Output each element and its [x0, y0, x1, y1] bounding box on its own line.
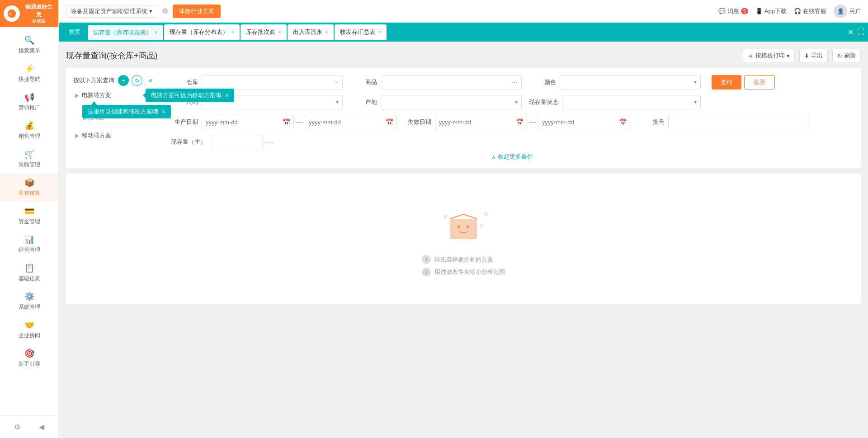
- sidebar-item-quick-nav[interactable]: ⚡ 快捷导航: [0, 59, 58, 88]
- goods-field: 商品 ···: [350, 75, 522, 89]
- system-icon: ⚙️: [24, 292, 34, 301]
- sidebar-item-purchase[interactable]: 🛒 采购管理: [0, 145, 58, 173]
- goods-select[interactable]: ···: [381, 75, 522, 89]
- online-service-item[interactable]: 🎧 在线客服: [794, 7, 826, 15]
- sales-icon: 💰: [24, 121, 34, 131]
- tab-collect-dist-close[interactable]: ×: [378, 29, 381, 35]
- sidebar-collapse-btn[interactable]: ◀: [39, 423, 44, 431]
- message-icon: 💬: [718, 8, 726, 14]
- pc-tooltip-close[interactable]: ×: [225, 92, 229, 99]
- sidebar-item-search[interactable]: 🔍 搜索菜单: [0, 31, 58, 59]
- tab-home[interactable]: 首页: [62, 25, 87, 39]
- sidebar-item-operations[interactable]: 📊 经营管理: [0, 230, 58, 259]
- tab-inventory-dist[interactable]: 现存量（库存分布表） ×: [164, 24, 240, 40]
- tab-bar: 首页 现存量（库存状况表） × 现存量（库存分布表） × 库存批次账 × 出入库…: [59, 23, 868, 42]
- sidebar-item-guide[interactable]: 🎯 新手引导: [0, 344, 58, 372]
- tab-batch-ledger[interactable]: 库存批次账 ×: [241, 24, 287, 40]
- tab-inventory-dist-close[interactable]: ×: [231, 29, 234, 35]
- sidebar-settings-btn[interactable]: ⚙: [14, 423, 20, 431]
- messages-badge: 6: [741, 8, 748, 14]
- sidebar-item-finance[interactable]: 💳 资金管理: [0, 202, 58, 230]
- tab-bar-close-icon[interactable]: ✕: [848, 28, 854, 37]
- sidebar-item-sales[interactable]: 💰 销售管理: [0, 116, 58, 145]
- query-btn[interactable]: 查询: [712, 75, 741, 89]
- tab-in-out-flow-close[interactable]: ×: [325, 29, 328, 35]
- expire-date-to-input[interactable]: [538, 115, 630, 129]
- tab-in-out-flow-label: 出入库流水: [293, 28, 322, 36]
- prod-date-from-input[interactable]: [202, 115, 294, 129]
- batch-input[interactable]: [668, 115, 809, 129]
- operations-icon: 📊: [24, 235, 34, 245]
- print-icon: 🖨: [748, 52, 754, 59]
- collapse-icon: ∧: [491, 154, 496, 160]
- expire-date-from-icon[interactable]: 📅: [516, 118, 524, 126]
- stock-status-select[interactable]: ▾: [562, 95, 701, 109]
- back-scheme-btn[interactable]: «: [145, 75, 156, 86]
- pc-scheme-label: 电脑端方案: [82, 91, 111, 99]
- sidebar-item-enterprise[interactable]: 🤝 企业协同: [0, 316, 58, 344]
- edit-tooltip-container: 这里可以创建和修改方案哦 ×: [82, 105, 171, 118]
- sidebar-item-marketing[interactable]: 📢 营销推广: [0, 88, 58, 116]
- phone-icon: 📱: [755, 8, 763, 14]
- batch-label: 批号: [637, 118, 665, 126]
- prod-date-to-icon[interactable]: 📅: [386, 118, 393, 126]
- add-scheme-btn[interactable]: +: [118, 75, 129, 86]
- tab-inventory-status[interactable]: 现存量（库存状况表） ×: [88, 24, 163, 40]
- online-service-label: 在线客服: [803, 7, 826, 15]
- sidebar-item-inventory[interactable]: 📦 库存核算: [0, 173, 58, 202]
- collapse-btn[interactable]: ∧ 收起更多条件: [171, 149, 854, 161]
- sidebar-item-system[interactable]: ⚙️ 系统管理: [0, 287, 58, 316]
- settings-icon[interactable]: ⚙: [162, 7, 168, 15]
- tab-inventory-status-close[interactable]: ×: [155, 29, 158, 36]
- refresh-btn[interactable]: ↻ 刷新: [832, 49, 861, 62]
- expire-date-sep: —: [527, 118, 538, 126]
- collapse-label: 收起更多条件: [498, 153, 533, 161]
- tab-bar-right: ✕ ⛶: [848, 28, 864, 37]
- expire-date-from-input[interactable]: [435, 115, 527, 129]
- system-selector[interactable]: 装备及固定资产辅助管理系统 ▾: [66, 5, 157, 18]
- origin-label: 产地: [350, 98, 377, 106]
- system-name: 装备及固定资产辅助管理系统: [71, 7, 147, 15]
- print-btn[interactable]: 🖨 按模板打印 ▾: [743, 49, 795, 62]
- refresh-scheme-btn[interactable]: ↻: [132, 75, 142, 86]
- sidebar-item-basic-info[interactable]: 📋 基础信息: [0, 259, 58, 287]
- reset-btn[interactable]: 设置: [744, 75, 775, 89]
- tab-collect-dist[interactable]: 收发存汇总表 ×: [335, 24, 387, 40]
- tab-inventory-status-label: 现存量（库存状况表）: [93, 28, 152, 37]
- app-download-item[interactable]: 📱 App下载: [755, 7, 787, 15]
- warehouse-arrow: ···: [334, 79, 339, 85]
- prod-date-from-icon[interactable]: 📅: [283, 118, 290, 126]
- tab-batch-ledger-label: 库存批次账: [246, 28, 275, 36]
- tab-batch-ledger-close[interactable]: ×: [278, 29, 281, 35]
- sidebar-item-label: 基础信息: [19, 275, 40, 283]
- sidebar: 6 畅通道好生意 标准版 🔍 搜索菜单 ⚡ 快捷导航 📢 营销推广 💰 销售管理…: [0, 0, 59, 438]
- goods-label: 商品: [350, 78, 377, 86]
- stock-main-from-input[interactable]: [210, 135, 264, 149]
- pc-tooltip-text: 电脑方案可设为移动方案哦: [151, 91, 222, 99]
- tree-indent: ▶: [75, 92, 79, 99]
- color-select[interactable]: ▾: [560, 75, 701, 89]
- app-download-label: App下载: [764, 7, 787, 15]
- sidebar-item-label: 系统管理: [19, 303, 40, 311]
- prod-date-to-input[interactable]: [305, 115, 397, 129]
- prod-date-sep: —: [294, 118, 305, 126]
- print-arrow: ▾: [787, 52, 790, 59]
- prod-date-to-wrap: 📅: [305, 115, 397, 129]
- tree-indent-mobile: ▶: [75, 132, 79, 139]
- tab-in-out-flow[interactable]: 出入库流水 ×: [288, 24, 334, 40]
- industry-btn[interactable]: 体验行业方案: [173, 5, 221, 18]
- tab-bar-expand-icon[interactable]: ⛶: [857, 28, 864, 36]
- edit-tooltip-close[interactable]: ×: [162, 108, 165, 115]
- messages-item[interactable]: 💬 消息 6: [718, 7, 748, 15]
- warehouse-select[interactable]: ···: [202, 75, 343, 89]
- user-item[interactable]: 👤 用户: [834, 5, 861, 18]
- expire-date-to-icon[interactable]: 📅: [619, 118, 627, 126]
- svg-point-3: [458, 226, 460, 228]
- size-arrow: ▾: [336, 99, 339, 105]
- export-btn[interactable]: ⬇ 导出: [799, 49, 828, 62]
- pc-tooltip-container: 电脑方案可设为移动方案哦 ×: [146, 89, 234, 102]
- stock-main-label: 现存量（主）: [171, 138, 206, 146]
- page-content-area: 现存量查询(按仓库+商品) 🖨 按模板打印 ▾ ⬇ 导出 ↻ 刷新: [59, 42, 868, 438]
- sidebar-nav: 🔍 搜索菜单 ⚡ 快捷导航 📢 营销推广 💰 销售管理 🛒 采购管理 📦 库存核…: [0, 27, 58, 415]
- origin-select[interactable]: ▾: [381, 95, 522, 109]
